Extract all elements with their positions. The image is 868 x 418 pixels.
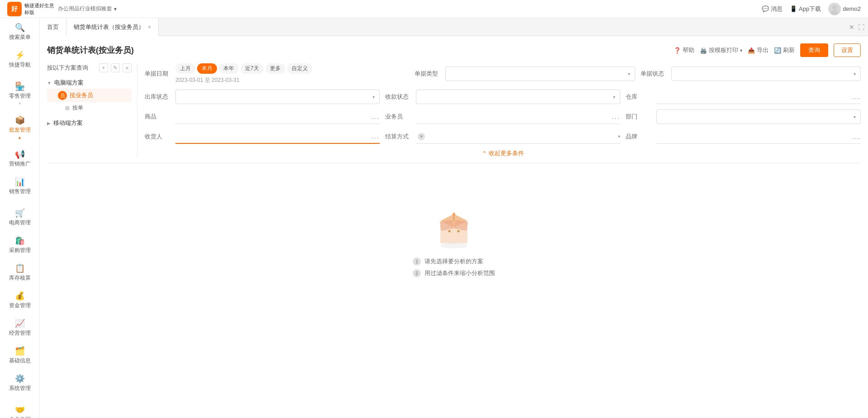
filter-field-doc-status: 单据状态 ▾ [641, 66, 861, 81]
date-range-text: 2023-03-01 至 2023-03-31 [175, 76, 409, 84]
export-button[interactable]: 📤 导出 [748, 46, 769, 54]
breadcrumb: 办公用品行业模拟账套 ▾ [58, 5, 117, 13]
salesperson-more-icon[interactable]: ... [612, 113, 620, 121]
settlement-tag-close[interactable]: × [418, 133, 425, 140]
sidebar-item-purchase[interactable]: 🛍️ 采购管理 [0, 231, 39, 259]
app-download-button[interactable]: 📱 App下载 [790, 5, 821, 13]
sidebar-item-finance[interactable]: 💰 资金管理 [0, 286, 39, 314]
date-pill-this-month[interactable]: 本月 [197, 63, 217, 74]
scheme-group-desktop-header[interactable]: ▼ 电脑端方案 [47, 77, 132, 89]
sidebar-item-system[interactable]: ⚙️ 系统管理 [0, 369, 39, 397]
scheme-item-by-salesperson[interactable]: 员 按业务员 [47, 89, 132, 102]
salesperson-label: 业务员 [385, 113, 412, 121]
doc-status-dropdown-icon: ▾ [854, 71, 856, 76]
date-pill-last-month[interactable]: 上月 [175, 63, 195, 74]
retail-icon: 🏪 [2, 81, 38, 91]
sidebar-item-collaboration[interactable]: 🤝 企业协同 [0, 400, 39, 418]
sidebar-item-retail[interactable]: 🏪 零售管理 ▼ [0, 77, 39, 111]
doc-type-dropdown-icon: ▾ [628, 71, 630, 76]
settlement-control: × ▾ [416, 129, 620, 144]
out-status-label: 出库状态 [145, 93, 172, 101]
retail-arrow-icon: ▼ [18, 101, 22, 106]
message-button[interactable]: 💬 消息 [762, 5, 783, 13]
scheme-actions: + ✎ « [99, 63, 132, 72]
receipt-status-control: ▾ [416, 90, 620, 104]
empty-step-2: 2 用过滤条件来缩小分析范围 [413, 269, 495, 277]
maximize-icon[interactable]: ⛶ [858, 24, 864, 31]
sidebar-item-operations[interactable]: 📈 经营管理 [0, 314, 39, 342]
date-pill-custom[interactable]: 自定义 [287, 63, 312, 74]
scheme-edit-button[interactable]: ✎ [111, 63, 120, 72]
brand-label: 品牌 [626, 133, 653, 141]
ecommerce-icon: 🛒 [2, 208, 38, 218]
help-button[interactable]: ❓ 帮助 [674, 46, 694, 54]
user-profile-button[interactable]: demo2 [828, 3, 861, 15]
print-dropdown-icon: ▾ [740, 48, 742, 53]
dept-label: 部门 [626, 113, 653, 121]
page-content: 销货单统计表(按业务员) ❓ 帮助 🖨️ 按模板打印 ▾ 📤 [40, 36, 868, 418]
sidebar-item-marketing[interactable]: 📢 营销推广 [0, 145, 39, 172]
scheme-group-mobile-label: 移动端方案 [53, 119, 83, 127]
settlement-label: 结算方式 [385, 133, 412, 141]
date-pill-last-7-days[interactable]: 近7天 [241, 63, 264, 74]
sidebar-item-inventory[interactable]: 📋 库存核算 [0, 259, 39, 286]
scheme-item-by-order[interactable]: ⊞ 按单 [47, 102, 132, 114]
collapse-button[interactable]: ⌃ 收起更多条件 [145, 149, 861, 157]
doc-status-select[interactable]: ▾ [671, 66, 861, 81]
warehouse-more-icon[interactable]: ... [852, 93, 861, 101]
content-area: 首页 销货单统计表（按业务员） × ✕ ⛶ 销货单统计表(按业务员) [40, 18, 868, 418]
dept-select[interactable]: ▾ [656, 109, 861, 124]
sidebar-item-sales[interactable]: 📊 销售管理 [0, 172, 39, 200]
empty-step-1: 1 请先选择要分析的方案 [413, 257, 495, 266]
dept-dropdown-icon: ▾ [854, 114, 856, 119]
sidebar-item-search[interactable]: 🔍 搜索菜单 [0, 18, 39, 46]
filter-row-1: 单据日期 上月 本月 本年 近7天 更多 自定义 [145, 63, 861, 84]
print-button[interactable]: 🖨️ 按模板打印 ▾ [700, 46, 742, 54]
settings-button[interactable]: 设置 [834, 43, 861, 57]
svg-point-9 [453, 213, 455, 215]
tab-close-button[interactable]: × [148, 24, 151, 30]
product-more-icon[interactable]: ... [371, 113, 380, 121]
doc-type-select[interactable]: ▾ [445, 66, 635, 81]
tab-active-sales-stats[interactable]: 销货单统计表（按业务员） × [66, 18, 159, 36]
consignee-input[interactable] [175, 129, 380, 144]
header-actions: ❓ 帮助 🖨️ 按模板打印 ▾ 📤 导出 � [674, 43, 861, 57]
tab-home[interactable]: 首页 [40, 18, 66, 36]
refresh-button[interactable]: 🔄 刷新 [774, 46, 795, 54]
message-icon: 💬 [762, 5, 769, 12]
sidebar-item-wholesale[interactable]: 📦 批发管理 ▲ [0, 111, 39, 145]
chevron-down-icon: ▼ [47, 81, 52, 86]
brand-more-icon[interactable]: ... [852, 133, 861, 141]
date-pill-this-year[interactable]: 本年 [219, 63, 239, 74]
out-status-dropdown-icon: ▾ [373, 95, 375, 100]
tab-controls: ✕ ⛶ [849, 24, 864, 31]
step-2-text: 用过滤条件来缩小分析范围 [425, 269, 495, 277]
scheme-add-button[interactable]: + [99, 63, 108, 72]
empty-steps: 1 请先选择要分析的方案 2 用过滤条件来缩小分析范围 [413, 257, 495, 277]
query-button[interactable]: 查询 [800, 43, 828, 57]
consignee-more-icon[interactable]: ... [371, 132, 380, 140]
print-icon: 🖨️ [700, 47, 707, 54]
scheme-collapse-button[interactable]: « [123, 63, 132, 72]
purchase-icon: 🛍️ [2, 236, 38, 246]
filter-field-salesperson: 业务员 ... [385, 109, 620, 124]
out-status-select[interactable]: ▾ [175, 90, 380, 104]
filter-field-brand: 品牌 ... [626, 129, 861, 144]
help-icon: ❓ [674, 47, 681, 54]
sidebar-item-ecommerce[interactable]: 🛒 电商管理 [0, 204, 39, 231]
scheme-item-salesperson-label: 按业务员 [70, 91, 93, 100]
date-pills-row: 上月 本月 本年 近7天 更多 自定义 [175, 63, 409, 74]
filter-field-receipt-status: 收款状态 ▾ [385, 90, 620, 104]
warehouse-label: 仓库 [626, 93, 653, 101]
scheme-item-salesperson-icon: 员 [58, 91, 67, 100]
scheme-group-mobile-header[interactable]: ▶ 移动端方案 [47, 117, 132, 129]
receipt-status-select[interactable]: ▾ [416, 90, 620, 104]
close-window-icon[interactable]: ✕ [849, 24, 854, 31]
dept-control: ▾ [656, 109, 861, 124]
sidebar-item-basic-info[interactable]: 🗂️ 基础信息 [0, 342, 39, 369]
step-1-number: 1 [413, 257, 421, 266]
date-pill-more[interactable]: 更多 [265, 63, 285, 74]
sidebar-item-quick-nav[interactable]: ⚡ 快捷导航 [0, 46, 39, 73]
page-title: 销货单统计表(按业务员) [47, 45, 134, 56]
filter-row-3: 商品 ... 业务员 [145, 109, 861, 124]
